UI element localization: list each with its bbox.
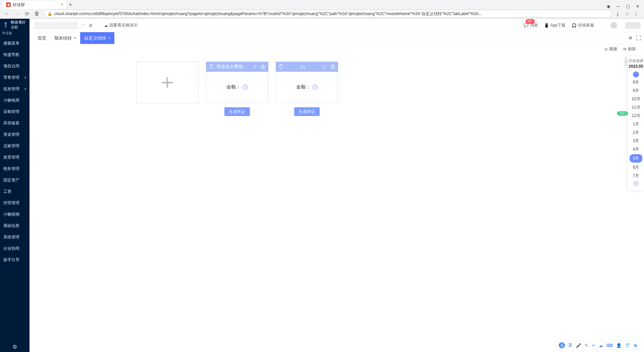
month-item[interactable]: 8月 (628, 78, 644, 86)
chevron-down-icon[interactable]: ﹀ (81, 22, 85, 28)
month-item[interactable]: 9月 (628, 86, 644, 95)
clipboard-icon (209, 64, 214, 69)
reload-button[interactable]: ⟳ (23, 11, 30, 17)
trash-icon[interactable] (330, 64, 335, 69)
kebab-menu-icon[interactable]: ⋮ (634, 11, 639, 16)
card-header: 研发支出费用... (206, 62, 268, 72)
month-item[interactable]: 5月 (630, 154, 642, 163)
trash-icon[interactable] (260, 64, 266, 69)
create-card[interactable]: + (136, 62, 199, 116)
ime-lang[interactable]: 英 (568, 342, 573, 348)
new-tab-button[interactable]: + (66, 1, 74, 9)
address-bar: ← → ⟳ 🗑 🔒 cloud.chanjet.com/cc/u6d89qwnr… (0, 9, 644, 19)
sidebar-item[interactable]: 快捷导航 (0, 49, 30, 60)
delete-icon[interactable]: 🗑 (34, 11, 40, 17)
page-tab-label: 首页 (38, 35, 46, 41)
user-name[interactable] (625, 22, 641, 29)
close-icon[interactable]: × (74, 36, 76, 41)
install-icon[interactable]: ⭳ (615, 11, 620, 16)
sidebar-item[interactable]: 采购管理 (0, 106, 30, 117)
sidebar-item[interactable]: 库存核算 (0, 117, 30, 129)
sidebar-item[interactable]: 搜索菜单 (0, 38, 30, 49)
url-input[interactable]: 🔒 cloud.chanjet.com/cc/u6d89qwnryel/57bf… (44, 10, 612, 18)
sidebar-item[interactable]: 固定资产 (0, 174, 30, 186)
card-header: 11 (276, 62, 338, 72)
ime-keyboard-icon[interactable]: ⌨ (606, 343, 613, 348)
month-next-button[interactable]: ˅ (633, 181, 639, 187)
sidebar-item-label: 总账管理 (3, 143, 19, 149)
sidebar-item[interactable]: 系统管理 (0, 231, 30, 243)
ime-scissors-icon[interactable]: ✂ (592, 343, 595, 348)
app-download-button[interactable]: 📱 App下载 (544, 22, 566, 28)
ime-mic-icon[interactable]: 🎤 (576, 343, 581, 348)
month-item[interactable]: 7月 (628, 172, 644, 180)
sidebar-item[interactable]: 零售管理▾ (0, 72, 30, 83)
month-item[interactable]: 11月 (628, 103, 644, 112)
edit-icon[interactable] (322, 64, 327, 69)
sidebar-item[interactable]: 发票管理 (0, 152, 30, 163)
org-selector[interactable] (34, 22, 78, 29)
sidebar-item[interactable]: 新手引导 (0, 254, 30, 266)
month-panel-toggle[interactable]: » (624, 57, 628, 66)
messages-button[interactable]: 99+ 💬 消息 (524, 22, 538, 28)
video-button[interactable]: ⊙视频 (604, 46, 617, 52)
sidebar-item[interactable]: 总账管理 (0, 140, 30, 152)
minimize-icon[interactable]: — (616, 4, 620, 9)
sidebar-item[interactable]: 工资 (0, 186, 30, 197)
sidebar-item[interactable]: 小畅电商 (0, 95, 30, 106)
amount-label: 金额： (226, 84, 240, 90)
month-prev-button[interactable]: ˄ (633, 71, 639, 77)
ime-main-icon[interactable]: 王 (559, 342, 565, 348)
ime-toolbar[interactable]: 王 英 🎤 ✎ ✂ ☁ ⌨ 👤 👕 ✿ (556, 341, 640, 349)
ime-settings-icon[interactable]: ✿ (634, 343, 637, 348)
ime-user-icon[interactable]: 👤 (616, 343, 622, 348)
ime-shirt-icon[interactable]: 👕 (625, 343, 630, 348)
sidebar-item[interactable]: 基础信息 (0, 220, 30, 231)
sidebar-item[interactable]: 经营管理 (0, 197, 30, 209)
month-item[interactable]: 12月 (628, 112, 644, 120)
sidebar-item[interactable]: 批发管理▾ (0, 83, 30, 95)
page-tabs: 首页期末结转×自定义结转× ✕ ⛶ (30, 32, 644, 44)
service-label: 在线客服 (578, 22, 594, 28)
maximize-icon[interactable]: ▢ (626, 4, 630, 9)
sidebar-item[interactable]: 税务管理 (0, 163, 30, 174)
user-avatar-icon[interactable] (610, 22, 617, 29)
generate-voucher-button[interactable]: 生成凭证 (224, 107, 250, 116)
star-icon[interactable]: ☆ (625, 11, 629, 16)
close-icon[interactable]: × (108, 36, 110, 41)
demo-link[interactable]: ☁ 我要看实例演示 (104, 22, 138, 28)
generate-voucher-button[interactable]: 生成凭证 (294, 107, 320, 116)
month-item[interactable]: 10月 (628, 95, 644, 103)
month-item[interactable]: 4月 (628, 145, 644, 154)
page-tab[interactable]: 期末结转× (50, 32, 80, 44)
month-item[interactable]: 2月 (628, 128, 644, 137)
sidebar-item[interactable]: 企业协同 (0, 243, 30, 254)
close-all-tabs-icon[interactable]: ✕ (628, 35, 633, 41)
forward-button[interactable]: → (13, 11, 20, 17)
close-window-icon[interactable]: ✕ (636, 4, 639, 9)
sidebar-item[interactable]: 项目合同 (0, 60, 30, 72)
clipboard-icon (278, 64, 284, 69)
org-settings-icon[interactable]: ⚙ (89, 23, 93, 28)
help-icon[interactable]: ? (312, 84, 318, 90)
back-button[interactable]: ← (3, 11, 10, 17)
sidebar-item[interactable]: 小畅报销 (0, 209, 30, 220)
ime-edit-icon[interactable]: ✎ (585, 343, 588, 348)
month-item[interactable]: 1月 (628, 120, 644, 128)
month-item[interactable]: 6月 (628, 163, 644, 172)
account-icon[interactable]: ◉ (607, 4, 610, 9)
plus-icon: + (161, 72, 173, 93)
sidebar-item[interactable]: 资金管理 (0, 129, 30, 140)
page-tab[interactable]: 首页 (34, 32, 50, 44)
page-tab[interactable]: 自定义结转× (80, 32, 114, 44)
ime-cloud-icon[interactable]: ☁ (599, 343, 603, 348)
browser-tab[interactable]: ◆ 好业财 × (3, 1, 66, 9)
support-button[interactable]: 🎧 在线客服 (572, 22, 594, 28)
close-tab-icon[interactable]: × (61, 2, 63, 7)
fullscreen-icon[interactable]: ⛶ (636, 35, 641, 41)
month-item[interactable]: 3月 (628, 137, 644, 145)
refresh-button[interactable]: ⟳刷新 (623, 46, 636, 52)
settings-button[interactable]: ⚙ (0, 341, 30, 352)
edit-icon[interactable] (252, 64, 258, 69)
help-icon[interactable]: ? (243, 84, 248, 90)
